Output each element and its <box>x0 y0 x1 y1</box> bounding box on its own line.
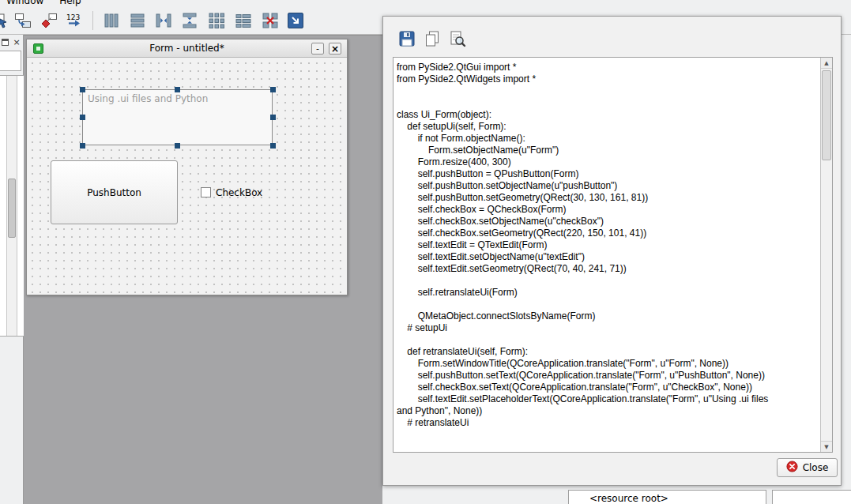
dock-float-button[interactable] <box>2 37 9 48</box>
code-line: self.textEdit.setGeometry(QRect(70, 40, … <box>397 263 819 275</box>
close-button[interactable]: Close <box>777 458 838 477</box>
code-line: Form.setWindowTitle(QCoreApplication.tra… <box>397 358 819 370</box>
find-icon <box>448 29 467 51</box>
layout-form-icon <box>234 11 253 30</box>
pushbutton-label: PushButton <box>87 187 141 198</box>
menu-bar: Window Help <box>0 0 851 7</box>
mdi-area: Form - untitled* - × Using .ui files and… <box>24 35 382 504</box>
form-designer-window: Form - untitled* - × Using .ui files and… <box>26 39 348 295</box>
menu-window[interactable]: Window <box>6 0 43 6</box>
selection-handle-middle-left[interactable] <box>80 115 85 120</box>
code-line <box>397 275 819 287</box>
selection-handle-bottom-left[interactable] <box>80 143 85 149</box>
form-minimize-button[interactable]: - <box>311 43 324 55</box>
form-window-titlebar[interactable]: Form - untitled* - × <box>27 39 347 58</box>
code-line: from PySide2.QtWidgets import * <box>397 73 819 85</box>
edit-widgets-icon <box>0 11 9 30</box>
code-line: self.textEdit = QTextEdit(Form) <box>397 239 819 251</box>
code-line: self.checkBox = QCheckBox(Form) <box>397 204 819 216</box>
layout-vertical-splitter-icon <box>180 11 199 30</box>
code-line: self.pushButton.setGeometry(QRect(30, 13… <box>397 192 819 204</box>
code-line: # retranslateUi <box>397 417 819 429</box>
code-line: self.checkBox.setObjectName(u"checkBox") <box>397 216 819 228</box>
layout-horizontal-icon <box>102 11 121 30</box>
layout-vertical-splitter-button[interactable] <box>179 10 200 31</box>
copy-button[interactable] <box>422 29 442 50</box>
selection-handle-bottom-middle[interactable] <box>175 143 180 149</box>
code-line: self.checkBox.setText(QCoreApplication.t… <box>397 382 819 393</box>
layout-grid-icon <box>207 11 226 30</box>
adjust-size-icon <box>286 11 305 30</box>
toolbar-separator <box>92 11 93 30</box>
close-button-label: Close <box>803 462 829 473</box>
menu-help[interactable]: Help <box>59 0 81 6</box>
widget-box-dock: × <box>0 35 24 504</box>
code-line: # setupUi <box>397 322 819 334</box>
edit-buddies-button[interactable] <box>39 10 59 31</box>
layout-vertical-icon <box>128 11 147 30</box>
layout-horizontal-button[interactable] <box>101 10 122 31</box>
widget-box-list[interactable] <box>0 75 24 337</box>
break-layout-button[interactable] <box>260 10 281 31</box>
save-icon <box>397 29 416 51</box>
dock-float-icon <box>2 39 9 46</box>
dock-title-buttons: × <box>2 37 21 48</box>
textedit-widget[interactable]: Using .ui files and Python <box>82 89 273 145</box>
adjust-size-button[interactable] <box>285 10 306 31</box>
code-line: def retranslateUi(self, Form): <box>397 346 819 358</box>
code-line <box>397 97 819 109</box>
code-line <box>397 85 819 97</box>
layout-horizontal-splitter-button[interactable] <box>153 10 174 31</box>
edit-buddies-icon <box>40 11 58 30</box>
tab-order-digits: 123 <box>66 13 80 21</box>
code-line: class Ui_Form(object): <box>397 109 819 121</box>
checkbox-widget[interactable]: CheckBox <box>201 176 281 209</box>
dock-close-button[interactable]: × <box>12 38 21 47</box>
code-line: QMetaObject.connectSlotsByName(Form) <box>397 310 819 322</box>
code-line <box>397 299 819 310</box>
code-scrollbar-thumb[interactable] <box>822 70 831 160</box>
form-window-title: Form - untitled* <box>27 43 347 54</box>
code-line: self.textEdit.setObjectName(u"textEdit") <box>397 251 819 263</box>
widget-filter-input[interactable] <box>0 51 21 71</box>
code-text[interactable]: from PySide2.QtGui import *from PySide2.… <box>397 62 819 450</box>
code-line: self.textEdit.setPlaceholderText(QCoreAp… <box>397 393 819 405</box>
layout-vertical-button[interactable] <box>127 10 148 31</box>
widget-box-scrollbar[interactable] <box>6 76 17 336</box>
edit-tab-order-button[interactable]: 123 <box>64 10 85 31</box>
resource-browser-side-panel <box>772 490 851 504</box>
edit-signals-slots-button[interactable] <box>13 10 33 31</box>
edit-tab-order-icon: 123 <box>65 11 84 30</box>
form-canvas[interactable]: Using .ui files and Python PushButton Ch… <box>27 58 347 295</box>
scroll-down-icon[interactable]: ▼ <box>821 441 832 452</box>
layout-grid-button[interactable] <box>206 10 227 31</box>
widget-box-scrollbar-thumb[interactable] <box>8 179 16 238</box>
selection-handle-top-middle[interactable] <box>175 87 180 92</box>
pushbutton-widget[interactable]: PushButton <box>51 160 178 224</box>
selection-handle-top-right[interactable] <box>270 87 276 92</box>
code-line: if not Form.objectName(): <box>397 133 819 145</box>
resource-root-item[interactable]: <resource root> <box>569 491 766 504</box>
selection-handle-bottom-right[interactable] <box>270 143 276 149</box>
qt-designer-window: Window Help 1 <box>0 0 851 504</box>
form-window-icon <box>33 43 43 54</box>
form-close-button[interactable]: × <box>329 43 341 55</box>
selection-handle-middle-right[interactable] <box>270 115 276 120</box>
code-line: self.checkBox.setGeometry(QRect(220, 150… <box>397 228 819 239</box>
code-line: self.pushButton.setObjectName(u"pushButt… <box>397 180 819 192</box>
edit-widgets-button[interactable] <box>0 10 10 31</box>
code-scrollbar[interactable]: ▲ ▼ <box>820 58 832 452</box>
find-button[interactable] <box>447 29 468 50</box>
break-layout-icon <box>261 11 280 30</box>
scroll-up-icon[interactable]: ▲ <box>821 58 832 69</box>
code-line: def setupUi(self, Form): <box>397 121 819 133</box>
layout-form-button[interactable] <box>233 10 254 31</box>
checkbox-label: CheckBox <box>216 187 262 198</box>
resource-browser-panel: <resource root> <box>568 490 766 504</box>
selection-handle-top-left[interactable] <box>80 87 85 92</box>
code-view[interactable]: from PySide2.QtGui import *from PySide2.… <box>393 57 833 453</box>
checkbox-indicator <box>201 187 211 197</box>
save-button[interactable] <box>397 29 417 50</box>
code-line: Form.setObjectName(u"Form") <box>397 145 819 156</box>
code-line: self.pushButton = QPushButton(Form) <box>397 168 819 180</box>
